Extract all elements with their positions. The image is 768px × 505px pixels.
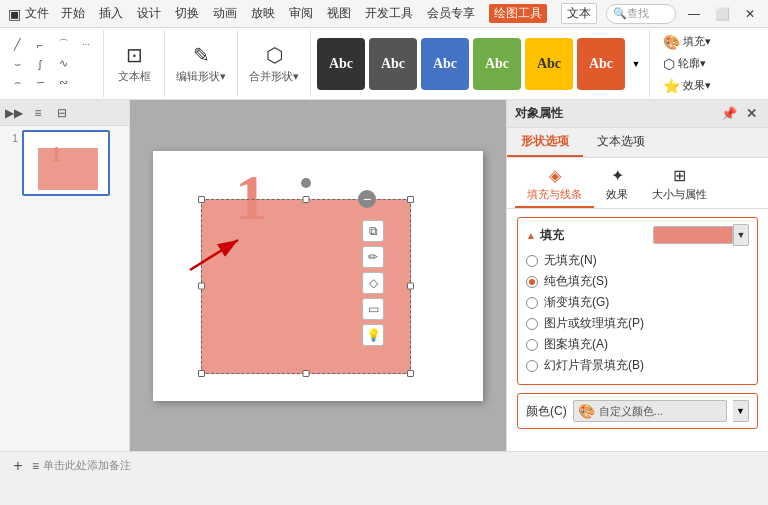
shape-arc2[interactable]: ∫ [29, 55, 51, 73]
menu-animate[interactable]: 动画 [213, 5, 237, 22]
fill-option-gradient[interactable]: 渐变填充(G) [526, 294, 749, 311]
layers-button[interactable]: ⧉ [362, 220, 384, 242]
notes-label[interactable]: 单击此处添加备注 [43, 458, 131, 473]
panel-list-btn[interactable]: ≡ [28, 103, 48, 123]
menu-text[interactable]: 文本 [561, 3, 597, 24]
style-preset-5[interactable]: Abc [525, 38, 573, 90]
subtab-fill-line[interactable]: ◈ 填充与线条 [515, 162, 594, 208]
title-bar: ▣ 文件 开始 插入 设计 切换 动画 放映 审阅 视图 开发工具 会员专享 绘… [0, 0, 768, 28]
rotate-handle[interactable] [301, 178, 311, 188]
effect-icon: ⭐ [663, 78, 680, 94]
shape-expand[interactable]: ⋯ [75, 36, 97, 54]
subtab-size-label: 大小与属性 [652, 187, 707, 202]
window-minimize-button[interactable]: — [684, 4, 704, 24]
menu-devtools[interactable]: 开发工具 [365, 5, 413, 22]
fill-quick-button[interactable]: ◇ [362, 272, 384, 294]
idea-button[interactable]: 💡 [362, 324, 384, 346]
minus-button[interactable]: − [358, 190, 376, 208]
slide-content[interactable]: 1 [153, 151, 483, 401]
window-close-button[interactable]: ✕ [740, 4, 760, 24]
props-panel-title: 对象属性 [515, 105, 563, 122]
style-preset-1[interactable]: Abc [317, 38, 365, 90]
shape-scurve2[interactable]: ∽ [29, 74, 51, 92]
shape-line2[interactable]: ⌐ [29, 36, 51, 54]
panel-grid-btn[interactable]: ⊟ [52, 103, 72, 123]
shape-empty2 [75, 74, 97, 92]
slide-1-number: 1 [4, 132, 18, 144]
style-preset-3[interactable]: Abc [421, 38, 469, 90]
radio-picture[interactable] [526, 318, 538, 330]
textbox-button[interactable]: ⊡ 文本框 [110, 34, 158, 94]
fill-color-swatch[interactable] [653, 226, 733, 244]
menu-drawtool[interactable]: 绘图工具 [489, 4, 547, 23]
file-menu[interactable]: 文件 [25, 5, 49, 22]
style-preset-4[interactable]: Abc [473, 38, 521, 90]
menu-switch[interactable]: 切换 [175, 5, 199, 22]
radio-gradient[interactable] [526, 297, 538, 309]
shape-scurve3[interactable]: ∾ [52, 74, 74, 92]
canvas-area[interactable]: 1 − ⧉ [130, 100, 506, 451]
subtab-effect[interactable]: ✦ 效果 [594, 162, 640, 208]
fill-option-none[interactable]: 无填充(N) [526, 252, 749, 269]
props-main-tabs: 形状选项 文本选项 [507, 128, 768, 158]
effect-button[interactable]: ⭐ 效果▾ [656, 76, 718, 96]
panel-expand-btn[interactable]: ▶▶ [4, 103, 24, 123]
color-dropdown-btn[interactable]: ▼ [733, 400, 749, 422]
mergeshapes-icon: ⬡ [266, 43, 283, 67]
menu-design[interactable]: 设计 [137, 5, 161, 22]
editshape-button[interactable]: ✎ 编辑形状▾ [171, 34, 231, 94]
tab-text-options[interactable]: 文本选项 [583, 128, 659, 157]
shape-scurve1[interactable]: ⌢ [6, 74, 28, 92]
menu-insert[interactable]: 插入 [99, 5, 123, 22]
shape-curve1[interactable]: ⌒ [52, 36, 74, 54]
style-preset-6[interactable]: Abc [577, 38, 625, 90]
menu-member[interactable]: 会员专享 [427, 5, 475, 22]
props-panel-header: 对象属性 📌 ✕ [507, 100, 768, 128]
radio-none[interactable] [526, 255, 538, 267]
outline-icon: ⬡ [663, 56, 675, 72]
search-box[interactable]: 🔍 查找 [606, 4, 676, 24]
shape-wave[interactable]: ∿ [52, 55, 74, 73]
props-pin-button[interactable]: 📌 [720, 105, 738, 123]
border-button[interactable]: ▭ [362, 298, 384, 320]
mergeshapes-label: 合并形状▾ [249, 69, 299, 84]
fill-color-dropdown[interactable]: ▼ [733, 224, 749, 246]
radio-pattern[interactable] [526, 339, 538, 351]
menu-review[interactable]: 审阅 [289, 5, 313, 22]
props-close-button[interactable]: ✕ [742, 105, 760, 123]
fill-option-pattern[interactable]: 图案填充(A) [526, 336, 749, 353]
shape-line1[interactable]: ╱ [6, 36, 28, 54]
color-value-box[interactable]: 🎨 自定义颜色... [573, 400, 727, 422]
fill-label: 填充▾ [683, 34, 711, 49]
more-styles-button[interactable]: ▼ [629, 59, 643, 69]
textbox-group: ⊡ 文本框 [110, 30, 165, 97]
fill-button[interactable]: 🎨 填充▾ [656, 32, 718, 52]
add-slide-button[interactable]: + [8, 456, 28, 476]
menu-start[interactable]: 开始 [61, 5, 85, 22]
fill-option-slide-bg[interactable]: 幻灯片背景填充(B) [526, 357, 749, 374]
menu-play[interactable]: 放映 [251, 5, 275, 22]
fill-outline-toolbar: 🎨 填充▾ ⬡ 轮廓▾ ⭐ 效果▾ [656, 32, 718, 96]
props-sub-tabs: ◈ 填充与线条 ✦ 效果 ⊞ 大小与属性 [507, 158, 768, 209]
fill-solid-label: 纯色填充(S) [544, 273, 608, 290]
outline-button[interactable]: ⬡ 轮廓▾ [656, 54, 718, 74]
subtab-size[interactable]: ⊞ 大小与属性 [640, 162, 719, 208]
shape-arc1[interactable]: ⌣ [6, 55, 28, 73]
color-row: 颜色(C) 🎨 自定义颜色... ▼ [526, 400, 749, 422]
tab-shape-options[interactable]: 形状选项 [507, 128, 583, 157]
fill-option-solid[interactable]: 纯色填充(S) [526, 273, 749, 290]
menu-view[interactable]: 视图 [327, 5, 351, 22]
slide-1-thumbnail[interactable]: 1 [22, 130, 110, 196]
fill-icon: 🎨 [663, 34, 680, 50]
style-preset-2[interactable]: Abc [369, 38, 417, 90]
color-label: 颜色(C) [526, 403, 567, 420]
mergeshapes-button[interactable]: ⬡ 合并形状▾ [244, 34, 304, 94]
pencil-button[interactable]: ✏ [362, 246, 384, 268]
fill-option-picture[interactable]: 图片或纹理填充(P) [526, 315, 749, 332]
panel-toolbar: ▶▶ ≡ ⊟ [0, 100, 129, 126]
radio-slide-bg[interactable] [526, 360, 538, 372]
style-presets-group: Abc Abc Abc Abc Abc Abc ▼ [317, 30, 650, 97]
window-restore-button[interactable]: ⬜ [712, 4, 732, 24]
slide-canvas[interactable]: 1 − ⧉ [130, 100, 506, 451]
radio-solid[interactable] [526, 276, 538, 288]
